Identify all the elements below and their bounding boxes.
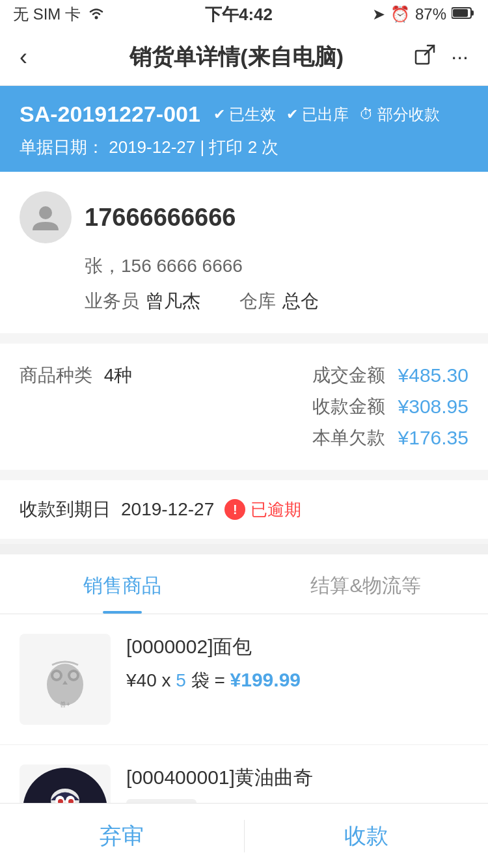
overdue-text: 已逾期 [251,498,301,521]
customer-top: 17666666666 [20,191,468,243]
collected-value: ¥308.95 [398,396,468,418]
product-name-1: [0000002]面包 [126,634,468,660]
location-icon: ➤ [372,5,385,23]
trade-amount-value: ¥485.30 [398,364,468,387]
owed-value: ¥176.35 [398,427,468,449]
product-count: 4种 [104,365,133,385]
status-right: ➤ ⏰ 87% [372,5,475,23]
clock-icon: ⏱ [359,106,373,123]
due-label: 收款到期日 [20,497,111,522]
warehouse: 仓库 总仓 [239,289,319,314]
order-id: SA-20191227-001 [20,102,200,127]
owed-row: 本单欠款 ¥176.35 [312,426,468,450]
trade-amount-row: 成交金额 ¥485.30 [312,363,468,388]
check-icon-1: ✔ [213,106,225,123]
more-icon[interactable]: ··· [451,45,468,69]
collect-payment-button[interactable]: 收款 [245,808,489,864]
battery-text: 87% [415,5,446,23]
due-date: 2019-12-27 [121,499,214,520]
cancel-audit-button[interactable]: 弃审 [0,808,244,864]
banner-date: 单据日期： 2019-12-27 | 打印 2 次 [20,136,468,159]
section-divider [0,544,488,554]
due-section: 收款到期日 2019-12-27 ! 已逾期 [0,480,488,539]
badge-activated: ✔ 已生效 [213,104,276,125]
bottom-bar: 弃审 收款 [0,803,488,868]
sales-person: 业务员 曾凡杰 [85,289,200,314]
header-banner: SA-20191227-001 ✔ 已生效 ✔ 已出库 ⏱ 部分收款 单据日期：… [0,86,488,172]
page-title: 销货单详情(来自电脑) [59,42,414,72]
svg-point-5 [39,206,52,219]
stats-right: 成交金额 ¥485.30 收款金额 ¥308.95 本单欠款 ¥176.35 [312,363,468,450]
collected-row: 收款金额 ¥308.95 [312,394,468,419]
status-left: 无 SIM 卡 [13,4,105,25]
carrier-text: 无 SIM 卡 [13,4,81,25]
product-placeholder-icon-1: 兽+ [20,634,111,725]
tabs: 销售商品 结算&物流等 [0,554,488,614]
svg-point-9 [53,672,60,679]
product-name-2: [000400001]黄油曲奇 [126,765,468,791]
product-types: 商品种类 4种 [20,363,132,388]
overdue-badge: ! 已逾期 [224,498,301,521]
tab-settlement-logistics[interactable]: 结算&物流等 [244,554,488,614]
badge-partial-payment: ⏱ 部分收款 [359,104,440,125]
customer-section: 17666666666 张，156 6666 6666 业务员 曾凡杰 仓库 总… [0,172,488,333]
svg-rect-2 [471,10,474,16]
customer-meta: 业务员 曾凡杰 仓库 总仓 [20,289,468,314]
svg-point-0 [95,16,98,20]
table-row: 兽+ [0000002]面包 ¥40 x 5 袋 = ¥199.99 [0,614,488,745]
tab-sales-products[interactable]: 销售商品 [0,554,244,614]
badge-shipped: ✔ 已出库 [286,104,349,125]
svg-text:兽+: 兽+ [60,701,70,708]
status-time: 下午4:42 [205,3,273,26]
battery-icon [452,5,475,23]
status-badges: ✔ 已生效 ✔ 已出库 ⏱ 部分收款 [213,104,440,125]
nav-actions: ··· [414,44,468,70]
svg-point-10 [70,672,77,679]
nav-bar: ‹ 销货单详情(来自电脑) ··· [0,29,488,86]
status-bar: 无 SIM 卡 下午4:42 ➤ ⏰ 87% [0,0,488,29]
back-button[interactable]: ‹ [20,44,59,71]
alarm-icon: ⏰ [390,5,410,23]
product-price-1: ¥40 x 5 袋 = ¥199.99 [126,668,468,693]
product-image-1: 兽+ [20,634,111,725]
customer-name-phone: 张，156 6666 6666 [20,254,468,278]
banner-top: SA-20191227-001 ✔ 已生效 ✔ 已出库 ⏱ 部分收款 [20,102,468,127]
wifi-icon [87,5,105,23]
svg-rect-3 [453,9,468,17]
customer-phone: 17666666666 [85,204,236,232]
overdue-icon: ! [224,499,245,520]
stats-left: 商品种类 4种 [20,363,132,388]
avatar [20,191,72,243]
stats-section: 商品种类 4种 成交金额 ¥485.30 收款金额 ¥308.95 本单欠款 ¥… [0,344,488,470]
check-icon-2: ✔ [286,106,298,123]
product-details-1: [0000002]面包 ¥40 x 5 袋 = ¥199.99 [126,634,468,725]
export-icon[interactable] [414,44,435,70]
